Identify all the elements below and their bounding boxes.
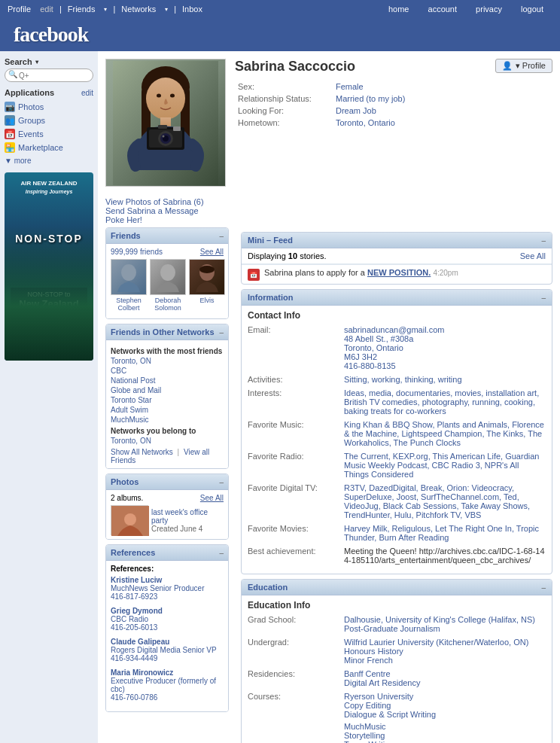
- friend-avatar-1[interactable]: [111, 259, 147, 295]
- send-message-link[interactable]: Send Sabrina a Message: [105, 206, 199, 215]
- show-all-networks[interactable]: Show All Networks: [111, 448, 173, 456]
- nav-edit[interactable]: edit: [40, 5, 53, 14]
- main-layout: Search ▾ 🔍 Applications edit 📷 Photos 👥 …: [0, 51, 560, 743]
- other-networks-body: Networks with the most friends Toronto, …: [106, 340, 228, 468]
- person-icon: 👤: [502, 61, 513, 71]
- references-collapse[interactable]: –: [219, 549, 224, 557]
- network-toronto[interactable]: Toronto, ON: [111, 357, 224, 365]
- friends-see-all[interactable]: See All: [200, 248, 224, 256]
- quick-links: View Photos of Sabrina (6) Send Sabrina …: [98, 194, 560, 227]
- photos-collapse[interactable]: –: [219, 478, 224, 486]
- applications-edit[interactable]: edit: [81, 89, 93, 97]
- ref-2: Grieg Dymond CBC Radio 416-205-6013: [111, 607, 224, 632]
- ref-3-title: Rogers Digital Media Senior VP: [111, 646, 224, 654]
- nav-privacy[interactable]: privacy: [476, 5, 502, 14]
- education-collapse[interactable]: –: [541, 583, 546, 592]
- profile-photo: [105, 59, 226, 187]
- other-networks-header: Friends in Other Networks –: [106, 324, 228, 340]
- education-section: Education – Education Info Grad School: …: [241, 579, 552, 743]
- more-apps-link[interactable]: ▼ more: [5, 157, 93, 165]
- relationship-label: Relationship Status:: [235, 93, 333, 105]
- residencies-row: Residencies: Banff Centre Digital Art Re…: [248, 669, 546, 687]
- feed-link[interactable]: NEW POSITION.: [367, 268, 431, 277]
- photos-header: Photos –: [106, 474, 228, 490]
- app-groups-label: Groups: [18, 116, 45, 125]
- ref-3: Claude Galipeau Rogers Digital Media Sen…: [111, 638, 224, 662]
- profile-info-table: Sex: Female Relationship Status: Married…: [235, 81, 552, 129]
- networks-collapse[interactable]: –: [219, 328, 224, 336]
- ref-3-phone[interactable]: 416-934-4449: [111, 654, 224, 662]
- belong-toronto[interactable]: Toronto, ON: [111, 437, 224, 445]
- belong-label: Networks you belong to: [111, 427, 224, 435]
- view-photos-link[interactable]: View Photos of Sabrina (6): [105, 197, 204, 206]
- information-title: Information: [248, 293, 294, 302]
- nav-networks[interactable]: Networks: [121, 5, 156, 14]
- network-toronto-star[interactable]: Toronto Star: [111, 396, 224, 404]
- nav-home[interactable]: home: [388, 5, 409, 14]
- ref-1-phone[interactable]: 416-817-6923: [111, 592, 224, 601]
- best-achievement-value: Meeting the Queen! http://archives.cbc.c…: [344, 547, 546, 565]
- other-networks-title: Friends in Other Networks: [111, 327, 215, 336]
- friends-count-row: 999,999 friends See All: [111, 248, 224, 256]
- app-events-label: Events: [18, 129, 44, 139]
- network-cbc[interactable]: CBC: [111, 367, 224, 375]
- svg-rect-15: [173, 126, 181, 131]
- ref-4-phone[interactable]: 416-760-0786: [111, 693, 224, 702]
- app-marketplace[interactable]: 🏪 Marketplace: [5, 141, 93, 154]
- header: facebook: [0, 18, 560, 51]
- friends-collapse[interactable]: –: [219, 232, 224, 240]
- friend-avatar-2[interactable]: [150, 259, 186, 295]
- network-globe[interactable]: Globe and Mail: [111, 386, 224, 394]
- two-col-layout: Friends – 999,999 friends See All: [98, 227, 560, 743]
- mini-feed-section: Mini – Feed – Displaying 10 stories. See…: [241, 232, 552, 285]
- nav-logout[interactable]: logout: [521, 5, 543, 14]
- left-sidebar: Search ▾ 🔍 Applications edit 📷 Photos 👥 …: [0, 51, 98, 743]
- mini-feed-title: Mini – Feed: [248, 236, 293, 245]
- network-much-music[interactable]: MuchMusic: [111, 416, 224, 424]
- courses-row: Courses: Ryerson University Copy Editing…: [248, 692, 546, 743]
- friends-section: Friends – 999,999 friends See All: [105, 227, 229, 319]
- app-events[interactable]: 📅 Events: [5, 127, 93, 141]
- hometown-value: Toronto, Ontario: [333, 117, 552, 129]
- network-national-post[interactable]: National Post: [111, 376, 224, 385]
- feed-calendar-icon: 📅: [248, 269, 260, 281]
- fav-movies-value: Harvey Milk, Religulous, Let The Right O…: [344, 524, 546, 542]
- ref-2-phone[interactable]: 416-205-6013: [111, 623, 224, 632]
- profile-button[interactable]: 👤 ▾ Profile: [495, 59, 552, 73]
- mini-feed-see-all[interactable]: See All: [520, 251, 546, 260]
- mini-feed-header: Mini – Feed –: [242, 233, 552, 248]
- album-thumbnail[interactable]: [111, 505, 148, 535]
- app-groups[interactable]: 👥 Groups: [5, 114, 93, 127]
- friend-1-name: StephenColbert: [111, 297, 147, 312]
- album-name[interactable]: last week's office party: [151, 508, 224, 525]
- right-column: Mini – Feed – Displaying 10 stories. See…: [233, 227, 560, 743]
- applications-header: Applications edit: [5, 88, 93, 97]
- photos-see-all[interactable]: See All: [200, 494, 224, 502]
- ref-4-name[interactable]: Maria Mironowicz: [111, 668, 224, 677]
- ref-3-name[interactable]: Claude Galipeau: [111, 638, 224, 646]
- mini-feed-count: Displaying 10 stories.: [248, 251, 327, 260]
- undergrad-row: Undergrad: Wilfrid Laurier University (K…: [248, 638, 546, 665]
- search-dropdown-icon[interactable]: ▾: [35, 59, 38, 65]
- nav-inbox[interactable]: Inbox: [182, 5, 202, 14]
- friend-avatar-3[interactable]: [189, 259, 225, 295]
- ad-logo: AIR NEW ZEALAND Inspiring Journeys: [5, 178, 93, 195]
- networks-list: Toronto, ON CBC National Post Globe and …: [111, 357, 224, 424]
- nav-account[interactable]: account: [428, 5, 458, 14]
- information-collapse[interactable]: –: [541, 294, 546, 302]
- poke-link[interactable]: Poke Her!: [105, 215, 142, 224]
- courses-value: Ryerson University Copy Editing Dialogue…: [344, 692, 546, 743]
- nav-friends[interactable]: Friends: [68, 5, 96, 14]
- ref-1-name[interactable]: Kristine Luciw: [111, 576, 224, 584]
- app-photos[interactable]: 📷 Photos: [5, 100, 93, 114]
- ref-2-name[interactable]: Grieg Dymond: [111, 607, 224, 615]
- friend-2: DeborahSolomon: [150, 259, 186, 312]
- nav-profile[interactable]: Profile: [8, 5, 31, 14]
- contact-info-title: Contact Info: [248, 310, 546, 321]
- network-adult-swim[interactable]: Adult Swim: [111, 406, 224, 414]
- marketplace-icon: 🏪: [5, 142, 15, 153]
- mini-feed-collapse[interactable]: –: [541, 236, 546, 245]
- search-input[interactable]: [5, 69, 93, 82]
- friend-3: Elvis: [189, 259, 225, 312]
- information-body: Contact Info Email: sabrinaduncan@gmail.…: [242, 306, 552, 574]
